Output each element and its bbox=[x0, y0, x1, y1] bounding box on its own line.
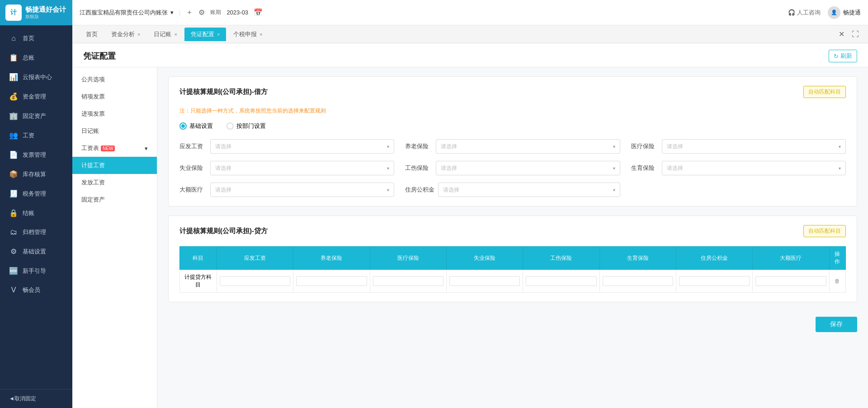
calendar-icon[interactable]: 📅 bbox=[254, 8, 263, 17]
sidebar-item-reports[interactable]: 📊云报表中心 bbox=[0, 67, 72, 87]
tab-home[interactable]: 首页 bbox=[80, 28, 104, 41]
logo-sub: 旗舰版 bbox=[25, 14, 66, 20]
tab-funds[interactable]: 资金分析× bbox=[105, 28, 146, 41]
dropdown-arrow-失业保险: ▾ bbox=[387, 166, 389, 171]
sidebar-label-salary: 工资 bbox=[23, 131, 34, 140]
sidebar-item-invoice[interactable]: 📄发票管理 bbox=[0, 145, 72, 164]
table-input-4[interactable] bbox=[526, 276, 596, 286]
sub-nav-item-public[interactable]: 公共选项 bbox=[72, 71, 157, 88]
auto-match-credit-button[interactable]: 自动匹配科目 bbox=[803, 225, 846, 237]
sidebar-item-tax[interactable]: 🧾税务管理 bbox=[0, 184, 72, 203]
form-select-工伤保险[interactable]: 请选择 ▾ bbox=[436, 161, 620, 175]
cancel-fixed-button[interactable]: ◄取消固定 bbox=[0, 389, 72, 408]
refresh-button[interactable]: ↻ 刷新 bbox=[829, 50, 857, 62]
row-operation[interactable]: 🗑 bbox=[829, 270, 845, 293]
row-cell-2[interactable] bbox=[370, 270, 446, 293]
tab-diary[interactable]: 日记账× bbox=[147, 28, 183, 41]
sidebar-item-ledger[interactable]: 📋总账 bbox=[0, 48, 72, 67]
archive-icon: 🗂 bbox=[9, 228, 18, 236]
basic-radio-indicator bbox=[179, 122, 187, 130]
auto-match-debit-button[interactable]: 自动匹配科目 bbox=[803, 86, 846, 98]
row-cell-6[interactable] bbox=[676, 270, 752, 293]
sidebar-logo: 计 畅捷通好会计 旗舰版 bbox=[0, 0, 72, 25]
avatar: 👤 bbox=[828, 6, 840, 19]
form-select-大额医疗[interactable]: 请选择 ▾ bbox=[210, 183, 394, 197]
sub-nav-item-sales[interactable]: 销项发票 bbox=[72, 88, 157, 105]
table-input-1[interactable] bbox=[296, 276, 367, 286]
tab-close-diary[interactable]: × bbox=[174, 32, 177, 37]
row-cell-7[interactable] bbox=[753, 270, 829, 293]
row-cell-5[interactable] bbox=[599, 270, 676, 293]
basic-setting-radio[interactable]: 基础设置 bbox=[179, 122, 213, 130]
form-select-失业保险[interactable]: 请选择 ▾ bbox=[210, 161, 394, 175]
sub-nav-item-diary[interactable]: 日记账 bbox=[72, 122, 157, 140]
sidebar-item-salary[interactable]: 👥工资 bbox=[0, 126, 72, 145]
row-cell-3[interactable] bbox=[446, 270, 523, 293]
col-header-大额医疗: 大额医疗 bbox=[753, 247, 829, 270]
table-input-2[interactable] bbox=[373, 276, 443, 286]
reports-icon: 📊 bbox=[9, 73, 18, 81]
table-input-0[interactable] bbox=[220, 276, 290, 286]
tab-voucher[interactable]: 凭证配置× bbox=[184, 28, 226, 41]
col-header-科目: 科目 bbox=[180, 247, 217, 270]
tab-close-voucher[interactable]: × bbox=[217, 32, 220, 37]
sidebar-item-inventory[interactable]: 📦库存核算 bbox=[0, 164, 72, 184]
sub-nav-item-wage_pay[interactable]: 发放工资 bbox=[72, 174, 157, 191]
sub-nav-item-purchase[interactable]: 进项发票 bbox=[72, 105, 157, 122]
delete-icon[interactable]: 🗑 bbox=[835, 278, 840, 284]
table-input-6[interactable] bbox=[679, 276, 750, 286]
expand-tab-button[interactable]: ⛶ bbox=[850, 28, 861, 40]
user-info[interactable]: 👤 畅捷通 bbox=[828, 6, 861, 19]
add-icon[interactable]: ＋ bbox=[186, 8, 193, 17]
save-button[interactable]: 保存 bbox=[816, 317, 857, 332]
company-selector[interactable]: 江西服宝精品有限责任公司内账张 ▾ bbox=[80, 9, 174, 17]
sub-nav-item-wage_calc[interactable]: 计提工资 bbox=[72, 157, 157, 174]
col-header-住房公积金: 住房公积金 bbox=[676, 247, 752, 270]
table-input-3[interactable] bbox=[449, 276, 520, 286]
service-button[interactable]: 🎧 人工咨询 bbox=[788, 9, 821, 17]
form-row-住房公积金: 住房公积金 请选择 ▾ bbox=[405, 183, 620, 197]
table-input-7[interactable] bbox=[755, 276, 826, 286]
dropdown-arrow-大额医疗: ▾ bbox=[387, 188, 389, 192]
form-select-医疗保险[interactable]: 请选择 ▾ bbox=[662, 139, 846, 154]
row-cell-0[interactable] bbox=[217, 270, 293, 293]
page-header: 凭证配置 ↻ 刷新 bbox=[72, 43, 868, 67]
row-cell-4[interactable] bbox=[523, 270, 599, 293]
content-body: 公共选项销项发票进项发票日记账工资表NEW▾计提工资发放工资固定资产 计提核算规… bbox=[72, 67, 868, 408]
tab-label-tax: 个税申报 bbox=[233, 30, 257, 38]
sidebar-label-reports: 云报表中心 bbox=[23, 73, 52, 81]
col-header-失业保险: 失业保险 bbox=[446, 247, 523, 270]
sub-nav-group-wage_table[interactable]: 工资表NEW▾ bbox=[72, 140, 157, 157]
form-select-养老保险[interactable]: 请选择 ▾ bbox=[436, 139, 620, 154]
member-icon: V bbox=[9, 286, 18, 294]
dept-setting-radio[interactable]: 按部门设置 bbox=[226, 122, 266, 130]
sidebar-item-guide[interactable]: 🆕新手引导 bbox=[0, 261, 72, 281]
form-select-住房公积金[interactable]: 请选择 ▾ bbox=[438, 183, 620, 197]
salary-icon: 👥 bbox=[9, 131, 18, 140]
sidebar-label-closing: 结账 bbox=[23, 209, 34, 217]
sidebar-item-settings[interactable]: ⚙基础设置 bbox=[0, 242, 72, 261]
sidebar-item-member[interactable]: V畅会员 bbox=[0, 281, 72, 300]
row-cell-1[interactable] bbox=[293, 270, 370, 293]
sidebar-item-home[interactable]: ⌂首页 bbox=[0, 29, 72, 48]
dropdown-arrow-生育保险: ▾ bbox=[839, 166, 841, 171]
main-content: 计提核算规则(公司承担)-借方 自动匹配科目 注：只能选择一种方式，系统将按照您… bbox=[157, 67, 868, 408]
sidebar-item-archive[interactable]: 🗂归档管理 bbox=[0, 223, 72, 242]
form-label-住房公积金: 住房公积金 bbox=[405, 186, 434, 194]
tab-close-funds[interactable]: × bbox=[137, 32, 140, 37]
form-select-应发工资[interactable]: 请选择 ▾ bbox=[210, 139, 394, 154]
tab-tax[interactable]: 个税申报× bbox=[227, 28, 269, 41]
sidebar-item-assets[interactable]: 🏢固定资产 bbox=[0, 106, 72, 126]
period-value[interactable]: 2023-03 bbox=[226, 9, 248, 16]
sidebar-item-funds[interactable]: 💰资金管理 bbox=[0, 87, 72, 106]
sub-nav-item-fixed_assets[interactable]: 固定资产 bbox=[72, 191, 157, 208]
col-header-工伤保险: 工伤保险 bbox=[523, 247, 599, 270]
close-tab-button[interactable]: ✕ bbox=[837, 28, 846, 40]
tab-label-diary: 日记账 bbox=[154, 30, 171, 38]
col-header-养老保险: 养老保险 bbox=[293, 247, 370, 270]
sidebar-item-closing[interactable]: 🔒结账 bbox=[0, 203, 72, 223]
form-select-生育保险[interactable]: 请选择 ▾ bbox=[662, 161, 846, 175]
tab-close-tax[interactable]: × bbox=[259, 32, 262, 37]
table-input-5[interactable] bbox=[603, 276, 673, 286]
settings-icon[interactable]: ⚙ bbox=[198, 8, 205, 17]
